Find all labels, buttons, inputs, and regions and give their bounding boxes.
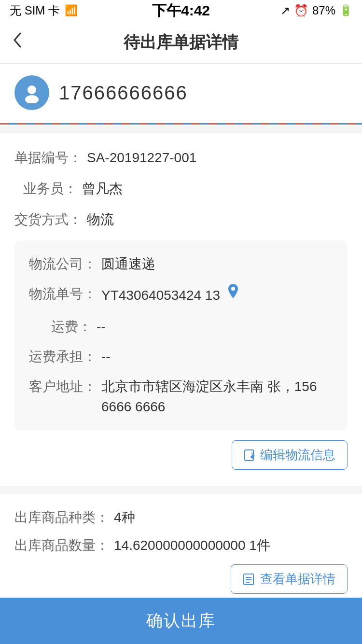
- status-left: 无 SIM 卡 📶: [10, 3, 78, 18]
- freight-label: 运费：: [29, 317, 97, 337]
- tracking-row: 物流单号： YT43064053424 13: [29, 284, 333, 307]
- status-right: ↗ ⏰ 87% 🔋: [280, 4, 352, 17]
- tracking-label: 物流单号：: [29, 284, 101, 304]
- view-details-label: 查看单据详情: [260, 571, 335, 588]
- product-type-value: 4种: [114, 508, 348, 527]
- delivery-row: 交货方式： 物流: [14, 210, 348, 230]
- salesman-row: 业务员： 曾凡杰: [14, 179, 348, 199]
- freight-bearer-value: --: [101, 347, 333, 367]
- basic-info-section: 单据编号： SA-20191227-001 业务员： 曾凡杰 交货方式： 物流 …: [0, 133, 362, 486]
- nav-bar: 待出库单据详情: [0, 21, 362, 64]
- freight-row: 运费： --: [29, 317, 333, 337]
- view-details-action-row: 查看单据详情: [14, 564, 348, 596]
- alarm-icon: ⏰: [294, 4, 308, 17]
- confirm-button-label: 确认出库: [146, 610, 216, 632]
- location-status-icon: ↗: [280, 4, 290, 17]
- salesman-value: 曾凡杰: [82, 179, 348, 199]
- tracking-number: YT43064053424 13: [101, 285, 220, 306]
- status-bar: 无 SIM 卡 📶 下午4:42 ↗ ⏰ 87% 🔋: [0, 0, 362, 21]
- logistics-company-row: 物流公司： 圆通速递: [29, 254, 333, 274]
- doc-number-label: 单据编号：: [14, 148, 87, 168]
- carrier-text: 无 SIM 卡: [10, 3, 60, 18]
- confirm-button-bar[interactable]: 确认出库: [0, 598, 362, 644]
- salesman-label: 业务员：: [14, 179, 82, 199]
- logistics-company-label: 物流公司：: [29, 254, 101, 274]
- product-type-label: 出库商品种类：: [14, 508, 114, 527]
- battery-text: 87%: [312, 4, 335, 17]
- battery-icon: 🔋: [339, 4, 352, 17]
- product-quantity-row: 出库商品数量： 14.620000000000000 1件: [14, 536, 348, 555]
- address-value: 北京市市辖区海淀区永丰南 张，156 6666 6666: [101, 377, 333, 417]
- doc-number-value: SA-20191227-001: [87, 148, 348, 168]
- logistics-company-value: 圆通速递: [101, 254, 333, 274]
- map-pin-icon[interactable]: [226, 284, 240, 307]
- address-row: 客户地址： 北京市市辖区海淀区永丰南 张，156 6666 6666: [29, 377, 333, 417]
- user-phone: 17666666666: [59, 82, 188, 104]
- edit-logistics-button[interactable]: 编辑物流信息: [232, 440, 348, 470]
- doc-number-row: 单据编号： SA-20191227-001: [14, 148, 348, 168]
- back-button[interactable]: [12, 30, 23, 54]
- view-details-button[interactable]: 查看单据详情: [231, 564, 348, 594]
- page-title: 待出库单据详情: [124, 31, 238, 54]
- document-icon: [243, 573, 256, 586]
- address-label: 客户地址：: [29, 377, 101, 397]
- wifi-icon: 📶: [65, 4, 78, 17]
- edit-action-row: 编辑物流信息: [14, 440, 348, 472]
- freight-bearer-label: 运费承担：: [29, 347, 101, 367]
- summary-section: 出库商品种类： 4种 出库商品数量： 14.620000000000000 1件…: [0, 494, 362, 610]
- freight-bearer-row: 运费承担： --: [29, 347, 333, 367]
- logistics-card: 物流公司： 圆通速递 物流单号： YT43064053424 13 运费：: [14, 240, 348, 431]
- tracking-value-wrapper: YT43064053424 13: [101, 284, 333, 307]
- svg-point-2: [231, 287, 235, 291]
- edit-icon: [244, 449, 256, 462]
- delivery-value: 物流: [87, 210, 348, 230]
- status-time: 下午4:42: [152, 1, 210, 21]
- product-quantity-value: 14.620000000000000 1件: [114, 536, 348, 555]
- product-quantity-label: 出库商品数量：: [14, 536, 114, 555]
- freight-value: --: [97, 317, 333, 337]
- product-type-row: 出库商品种类： 4种: [14, 508, 348, 527]
- edit-logistics-label: 编辑物流信息: [260, 447, 335, 463]
- svg-point-1: [25, 95, 39, 103]
- delivery-label: 交货方式：: [14, 210, 87, 230]
- svg-point-0: [28, 85, 36, 94]
- user-header: 17666666666: [0, 64, 362, 122]
- avatar: [14, 75, 49, 110]
- dashed-divider: [0, 122, 362, 126]
